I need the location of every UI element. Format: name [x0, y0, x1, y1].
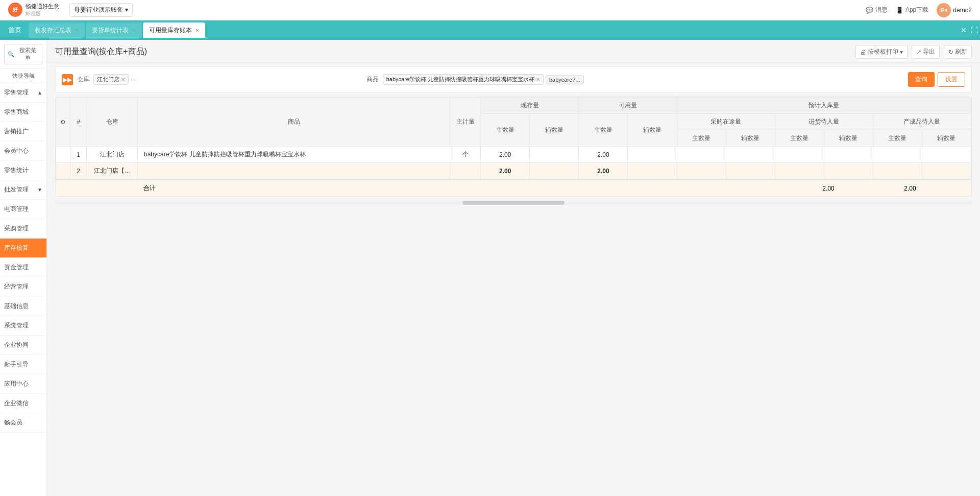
app-download-button[interactable]: 📱 App下载 — [896, 6, 928, 14]
sidebar-item-vip-member[interactable]: 畅会员 — [0, 413, 46, 433]
chevron-down-icon-print: ▾ — [900, 49, 903, 56]
tab-label-order-stats: 要货单统计表 — [92, 26, 129, 35]
refresh-icon: ↻ — [948, 49, 953, 56]
logo-text: 畅捷通好生意 — [26, 3, 59, 10]
sidebar-item-label-ecommerce: 电商管理 — [4, 205, 29, 214]
sidebar-item-enterprise-wechat[interactable]: 企业微信 — [0, 394, 46, 413]
product-filter-label: 商品 — [366, 75, 379, 84]
sidebar-item-wholesale[interactable]: 批发管理 ▼ — [0, 180, 46, 200]
scroll-thumb[interactable] — [462, 201, 565, 205]
sidebar-item-enterprise[interactable]: 企业协同 — [0, 336, 46, 355]
chevron-down-icon: ▾ — [125, 6, 128, 13]
arrow-icon-retail-mgmt: ▲ — [37, 90, 42, 96]
th-purchase-aux: 辅数量 — [726, 130, 775, 147]
warehouse-tag-close[interactable]: ✕ — [121, 77, 125, 82]
tab-label-receive-send: 收发存汇总表 — [35, 26, 71, 35]
th-current-aux-qty: 辅数量 — [530, 114, 579, 147]
product-tag-1-close[interactable]: ✕ — [536, 77, 540, 82]
tab-available-stock[interactable]: 可用量库存账本 ✕ — [143, 22, 205, 38]
row-current-main-1: 2.00 — [481, 147, 530, 163]
row-warehouse-1: 江北门店 — [87, 147, 138, 163]
th-production-pending: 产成品待入量 — [873, 114, 971, 130]
sidebar-item-retail-mall[interactable]: 零售商城 — [0, 103, 46, 122]
sidebar-item-basic-info[interactable]: 基础信息 — [0, 297, 46, 316]
logo-subtitle: 标准版 — [26, 10, 59, 17]
th-production-aux: 辅数量 — [922, 130, 971, 147]
gear-icon[interactable]: ⚙ — [60, 119, 66, 126]
print-template-button[interactable]: 🖨 按模板打印 ▾ — [855, 45, 908, 59]
tab-close-available-stock[interactable]: ✕ — [195, 28, 199, 33]
row-incoming-aux-2 — [824, 163, 873, 179]
row-available-main-1: 2.00 — [579, 147, 628, 163]
tab-label-available-stock: 可用量库存账本 — [149, 26, 192, 35]
filter-more-dots[interactable]: ··· — [131, 76, 136, 83]
row-available-aux-2 — [628, 163, 677, 179]
tab-close-order-stats[interactable]: ✕ — [132, 28, 136, 33]
row-incoming-main-2 — [775, 163, 824, 179]
row-seq-1: 1 — [70, 147, 87, 163]
settings-button[interactable]: 设置 — [938, 72, 965, 87]
sidebar-item-app-center[interactable]: 应用中心 — [0, 374, 46, 394]
th-available-main-qty: 主数量 — [579, 114, 628, 147]
logo-text-block: 畅捷通好生意 标准版 — [26, 3, 59, 17]
sidebar-item-system[interactable]: 系统管理 — [0, 316, 46, 336]
quick-nav-button[interactable]: 快捷导航 — [0, 69, 46, 83]
sidebar-item-ecommerce[interactable]: 电商管理 — [0, 200, 46, 219]
user-area[interactable]: Ea demo2 — [937, 3, 972, 17]
tab-receive-send[interactable]: 收发存汇总表 ✕ — [29, 22, 85, 38]
refresh-button[interactable]: ↻ 刷新 — [944, 45, 972, 59]
table-row: 1 江北门店 babycare学饮杯 儿童防摔防撞吸管杯重力球吸嘴杯宝宝水杯 个… — [56, 147, 971, 163]
filter-toggle-button[interactable]: ▶▶ — [62, 74, 73, 85]
sidebar-item-label-operations: 经营管理 — [4, 282, 29, 291]
th-gear: ⚙ — [56, 98, 70, 147]
sidebar-item-member[interactable]: 会员中心 — [0, 141, 46, 161]
tab-order-stats[interactable]: 要货单统计表 ✕ — [86, 22, 142, 38]
row-current-aux-2 — [530, 163, 579, 179]
sidebar-item-purchase[interactable]: 采购管理 — [0, 219, 46, 239]
sidebar-item-inventory[interactable]: 库存核算 — [0, 239, 46, 258]
row-incoming-aux-1 — [824, 147, 873, 163]
export-label: 导出 — [923, 48, 935, 56]
tab-home[interactable]: 首页 — [2, 26, 28, 35]
row-production-main-2 — [873, 163, 922, 179]
th-incoming-main: 主数量 — [775, 130, 824, 147]
sidebar-item-finance[interactable]: 资金管理 — [0, 258, 46, 277]
sidebar-item-new-guide[interactable]: 新手引导 — [0, 355, 46, 374]
sidebar-item-retail-stats[interactable]: 零售统计 — [0, 161, 46, 180]
tab-close-all-icon[interactable]: ✕ — [961, 26, 967, 34]
export-button[interactable]: ↗ 导出 — [912, 45, 940, 59]
table-container: ⚙ # 仓库 商品 主计量 现存量 可用量 预计入库量 主数量 辅数量 主数量 — [55, 97, 972, 197]
page-title: 可用量查询(按仓库+商品) — [55, 46, 147, 57]
search-menu-label: 搜索菜单 — [17, 46, 39, 62]
row-seq-2: 2 — [70, 163, 87, 179]
tab-bar-right: ✕ ⛶ — [961, 26, 978, 34]
logo-icon: 好 — [8, 3, 22, 17]
th-purchase-main: 主数量 — [677, 130, 726, 147]
sidebar-item-label-vip-member: 畅会员 — [4, 418, 22, 427]
tab-expand-icon[interactable]: ⛶ — [971, 26, 978, 34]
sidebar-item-operations[interactable]: 经营管理 — [0, 277, 46, 297]
logo-area: 好 畅捷通好生意 标准版 — [8, 3, 59, 17]
th-main-unit: 主计量 — [450, 98, 481, 147]
row-current-aux-1 — [530, 147, 579, 163]
footer-current-main: 2.00 — [808, 185, 849, 192]
sidebar-item-label-retail-stats: 零售统计 — [4, 166, 29, 175]
row-product-1: babycare学饮杯 儿童防摔防撞吸管杯重力球吸嘴杯宝宝水杯 — [138, 147, 450, 163]
sidebar-item-marketing[interactable]: 营销推广 — [0, 122, 46, 141]
sidebar-item-label-member: 会员中心 — [4, 147, 29, 155]
sidebar-item-retail-mgmt[interactable]: 零售管理 ▲ — [0, 83, 46, 103]
top-bar: 好 畅捷通好生意 标准版 母婴行业演示账套 ▾ 💬 消息 📱 App下载 Ea … — [0, 0, 980, 20]
tab-close-receive-send[interactable]: ✕ — [75, 28, 79, 33]
search-menu-button[interactable]: 🔍 搜索菜单 — [4, 44, 42, 64]
sidebar-item-label-enterprise-wechat: 企业微信 — [4, 399, 29, 408]
th-current-stock: 现存量 — [481, 98, 579, 114]
message-button[interactable]: 💬 消息 — [866, 6, 888, 14]
app-download-label: App下载 — [905, 6, 928, 14]
query-button[interactable]: 查询 — [908, 72, 935, 87]
row-unit-1: 个 — [450, 147, 481, 163]
print-label: 按模板打印 — [868, 48, 898, 56]
store-selector[interactable]: 母婴行业演示账套 ▾ — [69, 3, 133, 17]
scroll-indicator — [55, 201, 972, 205]
avatar: Ea — [937, 3, 951, 17]
footer-label: 合计 — [137, 184, 777, 193]
